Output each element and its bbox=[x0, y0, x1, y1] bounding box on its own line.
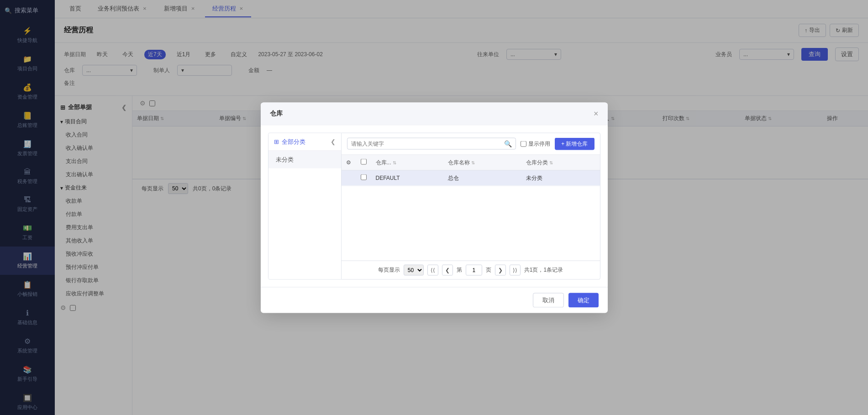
row-name: 总仓 bbox=[443, 170, 521, 186]
modal-table: ⚙ 仓库... ⇅ 仓库名称 ⇅ 仓库分类 ⇅ DEFAU bbox=[342, 155, 600, 186]
page-label: 第 bbox=[457, 266, 462, 274]
modal-header: 仓库 × bbox=[261, 102, 608, 125]
page-number-input[interactable] bbox=[466, 264, 482, 275]
grid-icon-modal: ⊞ bbox=[274, 138, 279, 145]
modal-left-panel: ⊞ 全部分类 ❮ 未分类 bbox=[268, 133, 342, 279]
modal-left-collapse-btn[interactable]: ❮ bbox=[331, 138, 336, 145]
modal-th-checkbox bbox=[356, 155, 371, 170]
modal-confirm-button[interactable]: 确定 bbox=[568, 293, 599, 307]
modal-table-body: DEFAULT 总仓 未分类 bbox=[342, 170, 600, 186]
modal-table-wrap: ⚙ 仓库... ⇅ 仓库名称 ⇅ 仓库分类 ⇅ DEFAU bbox=[342, 155, 600, 260]
modal-left-title: 全部分类 bbox=[282, 137, 305, 146]
search-input-wrap: 🔍 bbox=[347, 138, 516, 150]
add-warehouse-button[interactable]: + 新增仓库 bbox=[555, 137, 594, 150]
next-page-btn[interactable]: ❯ bbox=[495, 264, 506, 275]
last-page-btn[interactable]: ⟩⟩ bbox=[510, 264, 521, 275]
modal-th-name: 仓库名称 ⇅ bbox=[443, 155, 521, 170]
modal-th-settings: ⚙ bbox=[342, 155, 356, 170]
page-unit: 页 bbox=[486, 266, 491, 274]
row-checkbox bbox=[356, 170, 371, 186]
modal-th-category: 仓库分类 ⇅ bbox=[521, 155, 600, 170]
show-disabled-checkbox[interactable] bbox=[521, 141, 526, 147]
modal-per-page-label: 每页显示 bbox=[378, 266, 400, 274]
row-check[interactable] bbox=[361, 174, 367, 180]
modal-title: 仓库 bbox=[270, 110, 283, 118]
modal-per-page-select[interactable]: 50 bbox=[404, 264, 424, 275]
modal-close-button[interactable]: × bbox=[594, 109, 599, 118]
modal-search-bar: 🔍 显示停用 + 新增仓库 bbox=[342, 133, 600, 155]
warehouse-modal: 仓库 × ⊞ 全部分类 ❮ 未分类 🔍 bbox=[261, 102, 608, 313]
modal-th-code: 仓库... ⇅ bbox=[371, 155, 443, 170]
row-code: DEFAULT bbox=[371, 170, 443, 186]
modal-pagination: 每页显示 50 ⟨⟨ ❮ 第 页 ❯ ⟩⟩ 共1页，1条记录 bbox=[342, 260, 600, 279]
modal-cancel-button[interactable]: 取消 bbox=[533, 293, 564, 307]
modal-left-item-uncategorized[interactable]: 未分类 bbox=[268, 151, 341, 168]
modal-table-header-row: ⚙ 仓库... ⇅ 仓库名称 ⇅ 仓库分类 ⇅ bbox=[342, 155, 600, 170]
modal-inner: ⊞ 全部分类 ❮ 未分类 🔍 显示停用 bbox=[268, 132, 600, 279]
modal-search-icon[interactable]: 🔍 bbox=[504, 140, 512, 147]
modal-right-panel: 🔍 显示停用 + 新增仓库 ⚙ bbox=[342, 133, 600, 279]
first-page-btn[interactable]: ⟨⟨ bbox=[427, 264, 438, 275]
modal-search-input[interactable] bbox=[351, 141, 505, 147]
modal-select-all[interactable] bbox=[361, 159, 367, 165]
table-row[interactable]: DEFAULT 总仓 未分类 bbox=[342, 170, 600, 186]
modal-left-header: ⊞ 全部分类 ❮ bbox=[268, 133, 341, 151]
modal-total-info: 共1页，1条记录 bbox=[524, 266, 563, 274]
row-category: 未分类 bbox=[521, 170, 600, 186]
modal-body: ⊞ 全部分类 ❮ 未分类 🔍 显示停用 bbox=[261, 125, 608, 287]
prev-page-btn[interactable]: ❮ bbox=[442, 264, 453, 275]
modal-footer: 取消 确定 bbox=[261, 287, 608, 313]
show-disabled-label[interactable]: 显示停用 bbox=[521, 140, 550, 147]
show-disabled-text: 显示停用 bbox=[528, 140, 550, 147]
row-settings bbox=[342, 170, 356, 186]
